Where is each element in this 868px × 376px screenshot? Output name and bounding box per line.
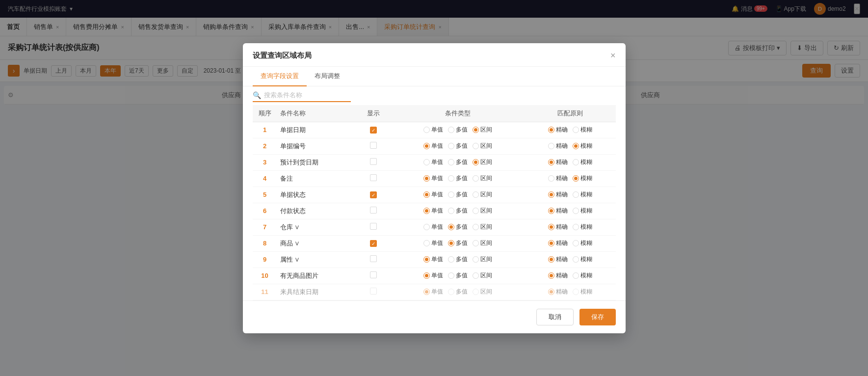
modal-dialog: 设置查询区域布局 × 查询字段设置 布局调整 🔍 顺序 条件名称 显示 xyxy=(243,43,626,109)
modal-close-button[interactable]: × xyxy=(610,51,616,60)
modal-tabs: 查询字段设置 布局调整 xyxy=(243,67,626,86)
search-icon: 🔍 xyxy=(253,91,261,99)
modal-search-area: 🔍 xyxy=(243,86,626,105)
col-header-type: 条件类型 xyxy=(391,105,526,109)
col-header-display: 显示 xyxy=(357,105,391,109)
modal-table-container: 顺序 条件名称 显示 条件类型 匹配原则 1单据日期✓单值多值区间精确模糊2单据… xyxy=(243,105,626,109)
col-header-name: 条件名称 xyxy=(277,105,357,109)
col-header-order: 顺序 xyxy=(253,105,277,109)
modal-header: 设置查询区域布局 × xyxy=(243,43,626,67)
modal-tab-layout[interactable]: 布局调整 xyxy=(307,67,348,86)
modal-overlay: 设置查询区域布局 × 查询字段设置 布局调整 🔍 顺序 条件名称 显示 xyxy=(0,0,868,108)
modal-tab-query-fields[interactable]: 查询字段设置 xyxy=(253,67,307,86)
conditions-table: 顺序 条件名称 显示 条件类型 匹配原则 1单据日期✓单值多值区间精确模糊2单据… xyxy=(253,105,616,109)
modal-title: 设置查询区域布局 xyxy=(253,51,312,60)
search-box: 🔍 xyxy=(253,91,351,102)
search-input[interactable] xyxy=(264,91,342,99)
col-header-match: 匹配原则 xyxy=(525,105,615,109)
